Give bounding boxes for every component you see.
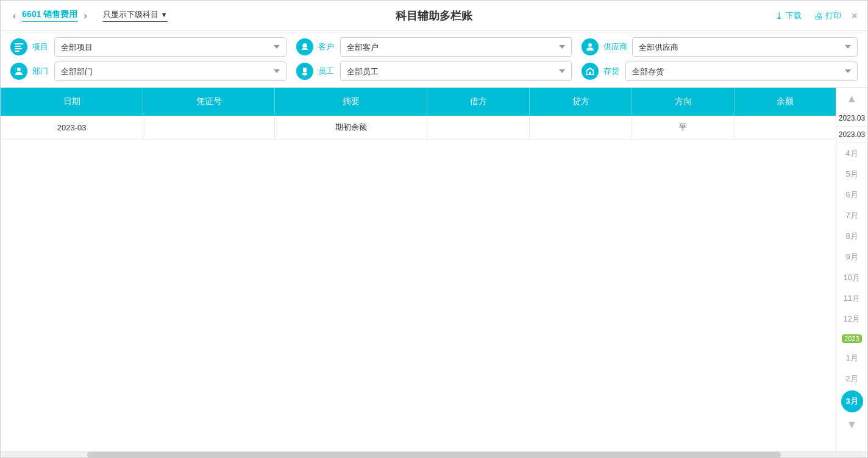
filter-row-2: 部门 全部部门 员工 全部员工 存货 全部存货 <box>10 62 858 81</box>
employee-label: 员工 <box>318 66 335 77</box>
nav-section: ‹ 6601 销售费用 › 只显示下级科目 ▼ <box>10 9 168 22</box>
main-window: ‹ 6601 销售费用 › 只显示下级科目 ▼ 科目辅助多栏账 ⤓ 下载 🖨 打… <box>0 0 868 458</box>
svg-rect-7 <box>302 73 307 75</box>
month-6[interactable]: 6月 <box>836 185 867 205</box>
filter-customer: 客户 全部客户 <box>296 37 572 57</box>
table-row: 2023-03期初余额平 <box>1 116 836 139</box>
filter-supplier: 供应商 全部供应商 <box>582 37 858 57</box>
bottom-scrollbar[interactable] <box>1 451 867 457</box>
col-voucher: 凭证号 <box>143 88 275 116</box>
chevron-down-icon: ▼ <box>161 11 168 18</box>
inventory-label: 存货 <box>603 66 621 77</box>
close-button[interactable]: × <box>851 10 858 21</box>
table-header-row: 日期 凭证号 摘要 借方 贷方 方向 余额 <box>1 88 836 116</box>
month-9[interactable]: 9月 <box>836 247 867 267</box>
svg-point-4 <box>588 43 592 47</box>
filter-section: 项目 全部项目 客户 全部客户 供应商 全部供 <box>1 31 867 88</box>
download-button[interactable]: ⤓ 下载 <box>775 10 802 21</box>
cell-debit <box>427 116 530 139</box>
project-select[interactable]: 全部项目 <box>54 37 286 57</box>
filter-inventory: 存货 全部存货 <box>582 62 858 81</box>
month-5[interactable]: 5月 <box>836 164 867 185</box>
col-date: 日期 <box>1 88 143 116</box>
show-sub-button[interactable]: 只显示下级科目 ▼ <box>103 9 168 22</box>
employee-select[interactable]: 全部员工 <box>340 62 572 81</box>
cell-voucher <box>143 116 275 139</box>
cell-direction: 平 <box>632 116 735 139</box>
svg-rect-1 <box>15 46 21 47</box>
ledger-table: 日期 凭证号 摘要 借方 贷方 方向 余额 2023-03期初余额平 <box>1 88 836 139</box>
cell-summary: 期初余额 <box>275 116 427 139</box>
inventory-icon <box>582 63 599 80</box>
month-8[interactable]: 8月 <box>836 226 867 247</box>
col-credit: 贷方 <box>530 88 632 116</box>
col-debit: 借方 <box>427 88 530 116</box>
svg-rect-8 <box>304 75 306 76</box>
title-bar: ‹ 6601 销售费用 › 只显示下级科目 ▼ 科目辅助多栏账 ⤓ 下载 🖨 打… <box>1 1 867 31</box>
filter-department: 部门 全部部门 <box>10 62 286 81</box>
svg-point-5 <box>17 68 21 71</box>
department-label: 部门 <box>32 66 49 77</box>
account-code: 6601 销售费用 <box>22 9 77 22</box>
table-container: 日期 凭证号 摘要 借方 贷方 方向 余额 2023-03期初余额平 <box>1 88 836 451</box>
scrollbar-thumb <box>87 452 781 458</box>
month-4[interactable]: 4月 <box>836 143 867 164</box>
supplier-icon <box>582 38 599 55</box>
customer-label: 客户 <box>318 41 335 52</box>
cell-date: 2023-03 <box>1 116 143 139</box>
svg-rect-2 <box>15 48 22 49</box>
month-11[interactable]: 11月 <box>836 288 867 309</box>
sidebar-up-button[interactable]: ▲ <box>836 88 867 110</box>
svg-rect-0 <box>15 43 23 44</box>
svg-rect-3 <box>15 51 20 52</box>
cell-credit <box>530 116 632 139</box>
period-header-1[interactable]: 2023.03 <box>836 110 867 127</box>
sidebar-down-button[interactable]: ▼ <box>836 414 867 436</box>
department-icon <box>10 63 27 80</box>
supplier-label: 供应商 <box>603 41 627 52</box>
svg-rect-6 <box>303 68 307 72</box>
supplier-select[interactable]: 全部供应商 <box>632 37 858 57</box>
month-12[interactable]: 12月 <box>836 309 867 329</box>
year-2023-badge: 2023 <box>842 334 861 343</box>
svg-rect-9 <box>589 72 591 74</box>
filter-employee: 员工 全部员工 <box>296 62 572 81</box>
filter-row-1: 项目 全部项目 客户 全部客户 供应商 全部供 <box>10 37 858 57</box>
month-7[interactable]: 7月 <box>836 205 867 226</box>
customer-icon <box>296 38 313 55</box>
filter-project: 项目 全部项目 <box>10 37 286 57</box>
download-icon: ⤓ <box>775 10 783 21</box>
inventory-select[interactable]: 全部存货 <box>625 62 858 81</box>
department-select[interactable]: 全部部门 <box>54 62 286 81</box>
col-direction: 方向 <box>632 88 735 116</box>
year-2023-container: 2023 <box>842 329 861 348</box>
print-icon: 🖨 <box>814 10 823 21</box>
col-summary: 摘要 <box>275 88 427 116</box>
next-account-btn[interactable]: › <box>81 10 89 22</box>
show-sub-label: 只显示下级科目 <box>103 9 158 20</box>
project-icon <box>10 38 27 55</box>
month-1[interactable]: 1月 <box>836 348 867 368</box>
page-title: 科目辅助多栏账 <box>396 9 472 23</box>
print-button[interactable]: 🖨 打印 <box>814 10 841 21</box>
period-header-2[interactable]: 2023.03 <box>836 127 867 143</box>
customer-select[interactable]: 全部客户 <box>340 37 572 57</box>
right-sidebar: ▲ 2023.03 2023.03 4月 5月 6月 7月 8月 9月 10月 … <box>836 88 867 451</box>
col-balance: 余额 <box>735 88 836 116</box>
project-label: 项目 <box>32 41 49 52</box>
actions-section: ⤓ 下载 🖨 打印 <box>775 10 841 21</box>
prev-account-btn[interactable]: ‹ <box>10 10 18 22</box>
employee-icon <box>296 63 313 80</box>
cell-balance <box>735 116 836 139</box>
month-2[interactable]: 2月 <box>836 368 867 389</box>
month-10[interactable]: 10月 <box>836 267 867 288</box>
month-3-active[interactable]: 3月 <box>841 390 863 412</box>
content-area: 日期 凭证号 摘要 借方 贷方 方向 余额 2023-03期初余额平 ▲ 202… <box>1 88 867 451</box>
